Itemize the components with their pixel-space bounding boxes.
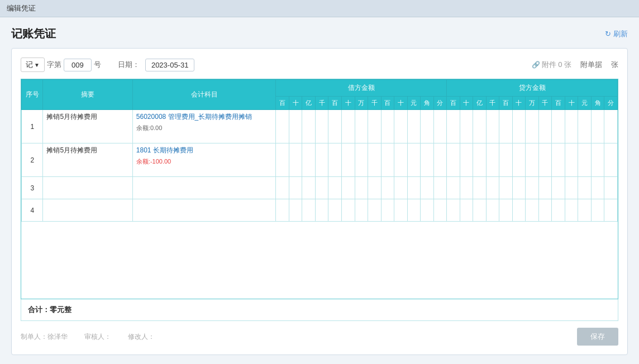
credit-amount-cell[interactable]: [526, 143, 539, 177]
debit-amount-cell[interactable]: [289, 177, 302, 199]
credit-amount-cell[interactable]: [473, 110, 487, 143]
credit-amount-cell[interactable]: [604, 110, 618, 143]
debit-amount-cell[interactable]: [328, 143, 342, 177]
credit-amount-cell[interactable]: [460, 177, 473, 199]
credit-amount-cell[interactable]: [473, 177, 487, 199]
debit-amount-cell[interactable]: [368, 110, 382, 143]
debit-amount-cell[interactable]: [355, 110, 368, 143]
credit-amount-cell[interactable]: [552, 143, 565, 177]
credit-amount-cell[interactable]: [591, 177, 604, 199]
credit-amount-cell[interactable]: [538, 110, 552, 143]
credit-amount-cell[interactable]: [499, 199, 513, 222]
debit-amount-cell[interactable]: [381, 110, 394, 143]
table-row[interactable]: 1摊销5月待摊费用56020008 管理费用_长期待摊费用摊销余额:0.00: [22, 110, 618, 143]
debit-amount-cell[interactable]: [421, 199, 434, 222]
credit-amount-cell[interactable]: [447, 177, 460, 199]
debit-amount-cell[interactable]: [276, 110, 289, 143]
debit-amount-cell[interactable]: [315, 143, 328, 177]
credit-amount-cell[interactable]: [552, 177, 565, 199]
fu-dan-ju-button[interactable]: 附单据: [580, 60, 602, 70]
debit-amount-cell[interactable]: [433, 177, 447, 199]
table-row[interactable]: 3: [22, 177, 618, 199]
credit-amount-cell[interactable]: [591, 110, 604, 143]
credit-amount-cell[interactable]: [499, 177, 513, 199]
credit-amount-cell[interactable]: [512, 199, 526, 222]
credit-amount-cell[interactable]: [565, 177, 578, 199]
credit-amount-cell[interactable]: [447, 199, 460, 222]
credit-amount-cell[interactable]: [526, 110, 539, 143]
credit-amount-cell[interactable]: [565, 110, 578, 143]
credit-amount-cell[interactable]: [460, 199, 473, 222]
credit-amount-cell[interactable]: [499, 110, 513, 143]
debit-amount-cell[interactable]: [276, 143, 289, 177]
summary-cell[interactable]: 摊销5月待摊费用: [43, 143, 132, 177]
debit-amount-cell[interactable]: [355, 177, 368, 199]
credit-amount-cell[interactable]: [512, 110, 526, 143]
credit-amount-cell[interactable]: [591, 143, 604, 177]
debit-amount-cell[interactable]: [381, 143, 394, 177]
credit-amount-cell[interactable]: [578, 199, 592, 222]
debit-amount-cell[interactable]: [421, 110, 434, 143]
debit-amount-cell[interactable]: [342, 110, 355, 143]
debit-amount-cell[interactable]: [315, 110, 328, 143]
credit-amount-cell[interactable]: [486, 177, 499, 199]
credit-amount-cell[interactable]: [565, 143, 578, 177]
credit-amount-cell[interactable]: [447, 110, 460, 143]
debit-amount-cell[interactable]: [276, 177, 289, 199]
credit-amount-cell[interactable]: [486, 143, 499, 177]
debit-amount-cell[interactable]: [421, 143, 434, 177]
account-cell[interactable]: [132, 177, 276, 199]
debit-amount-cell[interactable]: [302, 110, 316, 143]
credit-amount-cell[interactable]: [604, 199, 618, 222]
credit-amount-cell[interactable]: [460, 143, 473, 177]
refresh-button[interactable]: ↻ 刷新: [605, 29, 628, 39]
debit-amount-cell[interactable]: [302, 199, 316, 222]
credit-amount-cell[interactable]: [591, 199, 604, 222]
credit-amount-cell[interactable]: [512, 177, 526, 199]
credit-amount-cell[interactable]: [526, 177, 539, 199]
debit-amount-cell[interactable]: [433, 199, 447, 222]
debit-amount-cell[interactable]: [394, 110, 408, 143]
credit-amount-cell[interactable]: [604, 143, 618, 177]
attachment-link[interactable]: 🔗 附件 0 张: [532, 60, 571, 70]
debit-amount-cell[interactable]: [421, 177, 434, 199]
credit-amount-cell[interactable]: [538, 143, 552, 177]
ji-dropdown[interactable]: 记 ▼: [21, 58, 45, 72]
credit-amount-cell[interactable]: [447, 143, 460, 177]
debit-amount-cell[interactable]: [328, 199, 342, 222]
debit-amount-cell[interactable]: [407, 199, 421, 222]
credit-amount-cell[interactable]: [604, 177, 618, 199]
debit-amount-cell[interactable]: [328, 110, 342, 143]
save-button[interactable]: 保存: [577, 328, 618, 346]
debit-amount-cell[interactable]: [315, 199, 328, 222]
debit-amount-cell[interactable]: [394, 143, 408, 177]
debit-amount-cell[interactable]: [433, 110, 447, 143]
credit-amount-cell[interactable]: [473, 199, 487, 222]
debit-amount-cell[interactable]: [381, 199, 394, 222]
debit-amount-cell[interactable]: [302, 143, 316, 177]
account-cell[interactable]: 1801 长期待摊费用余额:-100.00: [132, 143, 276, 177]
debit-amount-cell[interactable]: [315, 177, 328, 199]
debit-amount-cell[interactable]: [368, 177, 382, 199]
debit-amount-cell[interactable]: [433, 143, 447, 177]
table-row[interactable]: 2摊销5月待摊费用1801 长期待摊费用余额:-100.00: [22, 143, 618, 177]
debit-amount-cell[interactable]: [289, 199, 302, 222]
debit-amount-cell[interactable]: [368, 143, 382, 177]
credit-amount-cell[interactable]: [565, 199, 578, 222]
debit-amount-cell[interactable]: [407, 110, 421, 143]
debit-amount-cell[interactable]: [289, 110, 302, 143]
summary-cell[interactable]: [43, 199, 132, 222]
debit-amount-cell[interactable]: [289, 143, 302, 177]
debit-amount-cell[interactable]: [368, 199, 382, 222]
credit-amount-cell[interactable]: [460, 110, 473, 143]
debit-amount-cell[interactable]: [381, 177, 394, 199]
debit-amount-cell[interactable]: [355, 143, 368, 177]
account-cell[interactable]: 56020008 管理费用_长期待摊费用摊销余额:0.00: [132, 110, 276, 143]
credit-amount-cell[interactable]: [552, 199, 565, 222]
debit-amount-cell[interactable]: [355, 199, 368, 222]
credit-amount-cell[interactable]: [499, 143, 513, 177]
debit-amount-cell[interactable]: [407, 177, 421, 199]
credit-amount-cell[interactable]: [578, 110, 592, 143]
credit-amount-cell[interactable]: [486, 110, 499, 143]
account-cell[interactable]: [132, 199, 276, 222]
